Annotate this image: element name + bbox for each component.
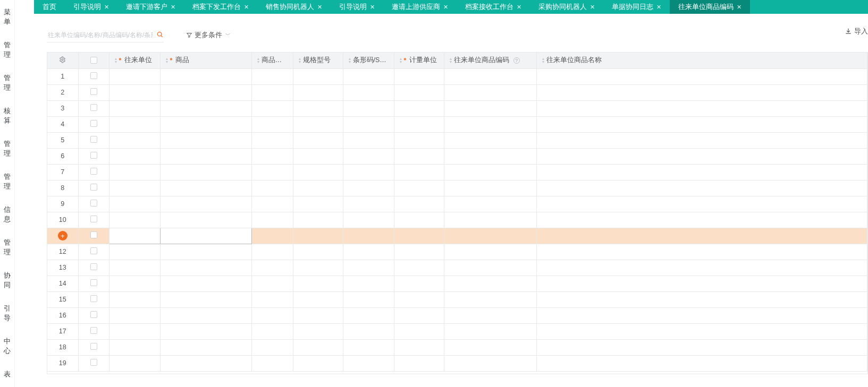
cell-col-prod[interactable]	[160, 100, 251, 116]
cell-col-spec[interactable]	[293, 180, 343, 196]
sidebar-item-6[interactable]: 信息	[0, 201, 14, 234]
row-checkbox[interactable]	[90, 184, 97, 191]
cell-col-unit[interactable]	[109, 100, 160, 116]
cell-col-bar[interactable]	[343, 291, 394, 307]
cell-col-name[interactable]	[536, 323, 867, 339]
table-row[interactable]: 17	[47, 323, 867, 339]
col-spec[interactable]: 规格型号	[293, 53, 343, 68]
cell-col-prod[interactable]	[160, 196, 251, 212]
cell-col-code[interactable]	[444, 148, 536, 164]
cell-col-unit[interactable]	[109, 180, 160, 196]
cell-col-unit[interactable]	[109, 116, 160, 132]
cell-col-spec[interactable]	[293, 84, 343, 100]
cell-col-spec[interactable]	[293, 164, 343, 180]
tab-10[interactable]: 往来单位商品编码✕	[670, 0, 750, 14]
cell-col-uom[interactable]	[394, 84, 444, 100]
table-row[interactable]: 19	[47, 355, 867, 371]
cell-col-name[interactable]	[536, 212, 867, 228]
cell-col-prod[interactable]	[160, 244, 251, 260]
tab-5[interactable]: 引导说明✕	[331, 0, 383, 14]
tab-6[interactable]: 邀请上游供应商✕	[383, 0, 457, 14]
tab-3[interactable]: 档案下发工作台✕	[184, 0, 257, 14]
cell-col-bar[interactable]	[343, 339, 394, 355]
cell-col-cls[interactable]	[251, 212, 293, 228]
cell-col-prod[interactable]	[160, 276, 251, 291]
cell-col-unit[interactable]	[109, 260, 160, 276]
table-row[interactable]: 12	[47, 244, 867, 260]
cell-col-bar[interactable]	[343, 196, 394, 212]
table-row[interactable]: 10	[47, 212, 867, 228]
cell-col-prod[interactable]	[160, 260, 251, 276]
cell-col-cls[interactable]	[251, 100, 293, 116]
cell-col-uom[interactable]	[394, 164, 444, 180]
cell-col-cls[interactable]	[251, 276, 293, 291]
row-checkbox[interactable]	[90, 311, 97, 318]
cell-col-spec[interactable]	[293, 323, 343, 339]
close-icon[interactable]: ✕	[104, 4, 109, 11]
row-checkbox[interactable]	[90, 88, 97, 95]
cell-col-uom[interactable]	[394, 148, 444, 164]
table-row[interactable]: 14	[47, 276, 867, 291]
cell-col-code[interactable]	[444, 84, 536, 100]
tab-0[interactable]: 首页	[34, 0, 65, 14]
cell-col-code[interactable]	[444, 180, 536, 196]
cell-col-spec[interactable]	[293, 244, 343, 260]
row-checkbox[interactable]	[90, 359, 97, 366]
cell-col-unit[interactable]	[109, 164, 160, 180]
add-row-button[interactable]: +	[58, 231, 68, 240]
cell-col-unit[interactable]	[109, 323, 160, 339]
close-icon[interactable]: ✕	[370, 4, 375, 11]
cell-col-prod[interactable]	[160, 291, 251, 307]
table-row[interactable]: 6	[47, 148, 867, 164]
cell-col-prod[interactable]	[160, 116, 251, 132]
cell-col-uom[interactable]	[394, 196, 444, 212]
col-product-class[interactable]: 商品…	[251, 53, 293, 68]
table-row[interactable]: 3	[47, 100, 867, 116]
cell-col-code[interactable]	[444, 307, 536, 323]
row-checkbox[interactable]	[90, 327, 97, 334]
row-checkbox[interactable]	[90, 120, 97, 127]
cell-col-uom[interactable]	[394, 339, 444, 355]
col-select-all[interactable]	[78, 53, 109, 68]
cell-col-name[interactable]	[536, 180, 867, 196]
cell-col-cls[interactable]	[251, 355, 293, 371]
cell-col-name[interactable]	[536, 164, 867, 180]
col-settings[interactable]	[47, 53, 78, 68]
cell-col-bar[interactable]	[343, 228, 394, 244]
cell-col-uom[interactable]	[394, 291, 444, 307]
cell-col-uom[interactable]	[394, 228, 444, 244]
cell-col-prod[interactable]	[160, 212, 251, 228]
table-row[interactable]: 2	[47, 84, 867, 100]
table-row[interactable]: 8	[47, 180, 867, 196]
tab-9[interactable]: 单据协同日志✕	[603, 0, 670, 14]
cell-col-name[interactable]	[536, 276, 867, 291]
cell-col-spec[interactable]	[293, 196, 343, 212]
tab-2[interactable]: 邀请下游客户✕	[117, 0, 184, 14]
cell-col-bar[interactable]	[343, 212, 394, 228]
close-icon[interactable]: ✕	[737, 4, 741, 11]
cell-col-name[interactable]	[536, 148, 867, 164]
row-checkbox[interactable]	[90, 247, 97, 254]
cell-col-code[interactable]	[444, 212, 536, 228]
tab-1[interactable]: 引导说明✕	[65, 0, 117, 14]
cell-col-cls[interactable]	[251, 68, 293, 84]
info-icon[interactable]: ?	[513, 57, 520, 64]
cell-col-unit[interactable]	[109, 84, 160, 100]
table-row[interactable]: 13	[47, 260, 867, 276]
cell-col-unit[interactable]	[109, 228, 160, 244]
close-icon[interactable]: ✕	[590, 4, 595, 11]
tab-8[interactable]: 采购协同机器人✕	[530, 0, 603, 14]
cell-col-uom[interactable]	[394, 132, 444, 148]
cell-col-name[interactable]	[536, 339, 867, 355]
cell-col-cls[interactable]	[251, 164, 293, 180]
row-checkbox[interactable]	[90, 200, 97, 207]
cell-col-prod[interactable]	[160, 164, 251, 180]
cell-col-spec[interactable]	[293, 339, 343, 355]
cell-col-uom[interactable]	[394, 68, 444, 84]
cell-col-unit[interactable]	[109, 132, 160, 148]
cell-col-cls[interactable]	[251, 260, 293, 276]
col-barcode[interactable]: 条形码/S…	[343, 53, 394, 68]
cell-col-prod[interactable]	[160, 323, 251, 339]
row-checkbox[interactable]	[90, 279, 97, 286]
search-input[interactable]	[47, 31, 154, 39]
